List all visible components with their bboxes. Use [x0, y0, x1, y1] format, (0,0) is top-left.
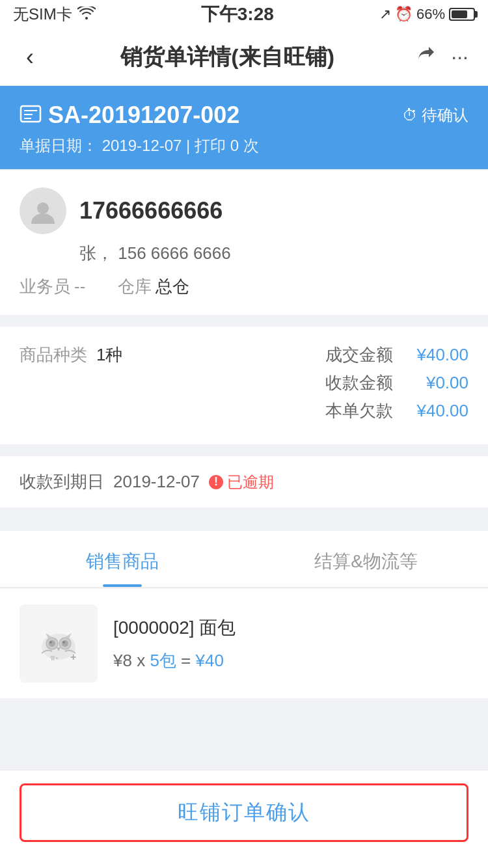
customer-phone: 17666666666 [79, 197, 223, 224]
product-section: + 管+ [0000002] 面包 ¥8 x 5包 = ¥40 [0, 589, 488, 698]
svg-point-10 [49, 641, 52, 644]
order-id-text: SA-20191207-002 [48, 102, 239, 129]
customer-section: 17666666666 张， 156 6666 6666 业务员 -- 仓库 总… [0, 170, 488, 315]
divider-2 [0, 444, 488, 456]
product-type: 商品种类 1种 [20, 344, 122, 366]
status-left: 无SIM卡 [13, 4, 96, 25]
svg-point-4 [37, 202, 49, 214]
product-type-value: 1种 [96, 344, 122, 366]
product-name-text: 面包 [199, 617, 236, 638]
salesperson-label: 业务员 [20, 275, 70, 298]
status-right: ↗ ⏰ 66% [379, 6, 475, 23]
tabs-section: 销售商品 结算&物流等 [0, 531, 488, 588]
print-label: | 打印 [186, 137, 226, 154]
battery-percent: 66% [416, 6, 445, 23]
share-icon[interactable] [414, 44, 435, 70]
received-item: 收款金额 ¥0.00 [325, 372, 468, 394]
meta-row: 业务员 -- 仓库 总仓 [20, 275, 468, 298]
page-title: 销货单详情(来自旺铺) [120, 42, 334, 72]
equals-sign: = [181, 651, 195, 670]
overdue-icon: ! [209, 475, 223, 489]
amount-value: ¥40.00 [403, 345, 468, 365]
status-text: 待确认 [422, 105, 468, 126]
received-value: ¥0.00 [403, 373, 468, 393]
due-label: 收款到期日 [20, 470, 104, 493]
salesperson-value: -- [74, 277, 85, 297]
customer-row: 17666666666 [20, 187, 468, 234]
amount-summary: 成交金额 ¥40.00 收款金额 ¥0.00 本单欠款 ¥40.00 [325, 344, 468, 427]
header-card: SA-20191207-002 ⏱ 待确认 单据日期： 2019-12-07 |… [0, 86, 488, 169]
product-thumbnail: + 管+ [20, 604, 98, 683]
avatar [20, 187, 66, 234]
debt-label: 本单欠款 [325, 400, 393, 422]
carrier-label: 无SIM卡 [13, 4, 72, 25]
print-count: 0 [230, 137, 239, 154]
back-button[interactable]: ‹ [20, 37, 40, 77]
debt-item: 本单欠款 ¥40.00 [325, 400, 468, 422]
order-date-info: 单据日期： 2019-12-07 | 打印 0 次 [20, 135, 468, 156]
status-time: 下午3:28 [201, 2, 274, 27]
warehouse-value: 总仓 [156, 275, 189, 298]
battery-icon [449, 8, 475, 21]
divider-1 [0, 315, 488, 327]
location-icon: ↗ [379, 6, 391, 23]
nav-bar: ‹ 销货单详情(来自旺铺) ··· [0, 29, 488, 86]
product-name: [0000002] 面包 [113, 616, 468, 640]
nav-actions: ··· [414, 44, 468, 70]
svg-point-11 [62, 641, 65, 644]
amount-label: 成交金额 [325, 344, 393, 366]
divider-3 [0, 508, 488, 519]
date-label: 单据日期： [20, 137, 98, 154]
alarm-icon: ⏰ [395, 6, 413, 23]
tab-settlement[interactable]: 结算&物流等 [244, 531, 488, 587]
price-label: ¥8 x [113, 651, 150, 670]
svg-point-8 [49, 640, 55, 647]
svg-text:管+: 管+ [50, 655, 59, 661]
amount-item: 成交金额 ¥40.00 [325, 344, 468, 366]
overdue-text: 已逾期 [227, 472, 274, 493]
product-qty: 5包 [150, 651, 176, 670]
tab-sales-products[interactable]: 销售商品 [0, 531, 244, 587]
customer-name: 张， 156 6666 6666 [20, 242, 468, 265]
confirm-order-button[interactable]: 旺铺订单确认 [20, 783, 468, 842]
svg-text:+: + [70, 651, 76, 662]
due-section: 收款到期日 2019-12-07 ! 已逾期 [0, 456, 488, 508]
bottom-bar: 旺铺订单确认 [0, 770, 488, 868]
more-icon[interactable]: ··· [451, 45, 468, 69]
clock-icon: ⏱ [402, 106, 418, 124]
print-suffix: 次 [243, 137, 259, 154]
order-id: SA-20191207-002 [20, 102, 239, 129]
received-label: 收款金额 [325, 372, 393, 394]
product-price: ¥8 x 5包 = ¥40 [113, 649, 468, 672]
debt-value: ¥40.00 [403, 401, 468, 421]
order-icon [20, 102, 42, 129]
overdue-badge: ! 已逾期 [209, 472, 274, 493]
order-date: 2019-12-07 [102, 137, 182, 154]
summary-section: 商品种类 1种 成交金额 ¥40.00 收款金额 ¥0.00 本单欠款 ¥40.… [0, 327, 488, 444]
product-info: [0000002] 面包 ¥8 x 5包 = ¥40 [113, 616, 468, 672]
warehouse-label: 仓库 [118, 275, 152, 298]
product-total: ¥40 [196, 651, 224, 670]
svg-point-9 [62, 640, 68, 647]
status-bar: 无SIM卡 下午3:28 ↗ ⏰ 66% [0, 0, 488, 29]
product-code: [0000002] [113, 617, 195, 638]
wifi-icon [77, 5, 96, 23]
product-item: + 管+ [0000002] 面包 ¥8 x 5包 = ¥40 [0, 589, 488, 698]
due-date: 2019-12-07 [113, 472, 200, 492]
product-type-label: 商品种类 [20, 344, 87, 366]
order-status: ⏱ 待确认 [402, 105, 468, 126]
